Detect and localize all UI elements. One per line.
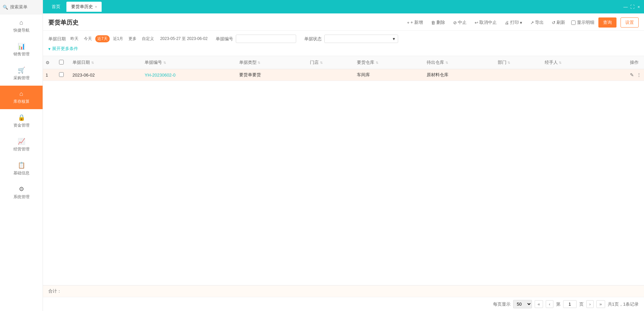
sidebar-item-label: 资金管理 [13,123,30,128]
system-icon: ⚙ [19,185,24,193]
sort-req-warehouse-icon[interactable]: ⇅ [376,61,378,64]
refresh-button[interactable]: ↺ 刷新 [550,18,567,27]
query-button[interactable]: 查询 [598,17,616,28]
last-page-btn[interactable]: » [596,300,605,308]
date-shortcuts: 昨天 今天 近7天 近1月 更多 自定义 [68,35,156,42]
inventory-icon: ⌂ [19,90,23,97]
filter-area: 单据日期 昨天 今天 近7天 近1月 更多 自定义 2023-05-27 至 2… [43,31,644,56]
col-type: 单据类型 ⇅ [236,56,307,69]
operations-icon: 📈 [18,138,25,145]
sort-store-icon[interactable]: ⇅ [320,61,323,64]
expand-icon: ▾ [48,46,51,51]
print-label: 打印 [510,19,519,26]
date-range-display: 2023-05-27 至 2023-06-02 [160,36,207,42]
edit-icon[interactable]: ✎ [630,72,634,78]
sidebar-item-label: 基础信息 [13,170,30,176]
cell-type: 要货单要货 [236,69,307,81]
page-prefix-label: 第 [556,301,560,307]
settings-button[interactable]: 设置 [621,17,639,28]
table-row: 1 2023-06-02 YH-20230602-0 要货单要货 车间库 原材料… [43,69,644,81]
shortcut-custom[interactable]: 自定义 [140,35,156,42]
export-button[interactable]: ↗ 导出 [528,18,546,27]
expand-more-conditions[interactable]: ▾ 展开更多条件 [48,46,639,52]
sidebar-item-system[interactable]: ⚙ 系统管理 [0,181,43,205]
sidebar-search[interactable]: 🔍 搜索菜单 [0,0,43,14]
page-number-input[interactable] [563,300,577,308]
per-page-select[interactable]: 50 10 20 100 [513,300,532,308]
cancel-stop-button[interactable]: ↩ 取消中止 [473,18,499,27]
tab-close-icon[interactable]: × [95,5,97,9]
new-icon: + [407,20,410,25]
col-handler-label: 经手人 [545,60,558,65]
page-title: 要货单历史 [48,18,78,27]
doc-number-link[interactable]: YH-20230602-0 [145,73,175,78]
sort-date-icon[interactable]: ⇅ [91,61,94,64]
sidebar-item-quick-nav[interactable]: ⌂ 快捷导航 [0,14,43,38]
col-date-label: 单据日期 [72,60,90,65]
settings-col-icon[interactable]: ⚙ [46,60,50,65]
cell-req-warehouse: 车间库 [354,69,424,81]
sort-department-icon[interactable]: ⇅ [507,61,510,64]
doc-status-select[interactable]: ▾ [324,35,398,43]
pagination: 每页显示 50 10 20 100 « ‹ 第 页 › » 共1页，1条记录 [43,297,644,311]
window-minimize-btn[interactable]: — [623,4,628,9]
expand-label: 展开更多条件 [52,46,78,52]
new-label: + 新增 [411,19,423,26]
more-icon[interactable]: ⋮ [637,72,641,78]
tab-history-label: 要货单历史 [71,4,93,10]
toolbar: + + 新增 🗑 删除 ⊘ 中止 ↩ 取消中止 [405,17,639,28]
export-icon: ↗ [530,20,534,25]
sidebar-item-sales[interactable]: 📊 销售管理 [0,38,43,62]
doc-status-filter-group: 单据状态 ▾ [304,35,398,43]
tab-history[interactable]: 要货单历史 × [66,2,102,12]
shortcut-1month[interactable]: 近1月 [111,35,125,42]
purchase-icon: 🛒 [18,66,25,74]
window-close-btn[interactable]: × [637,4,640,9]
sort-pending-warehouse-icon[interactable]: ⇅ [445,61,448,64]
col-action-label: 操作 [630,60,639,65]
doc-number-input[interactable] [236,35,296,43]
sort-handler-icon[interactable]: ⇅ [559,61,561,64]
window-maximize-btn[interactable]: ⛶ [630,4,635,9]
print-button[interactable]: 🖨 打印 ▾ [503,18,524,27]
sidebar-item-finance[interactable]: 🔒 资金管理 [0,109,43,133]
sort-type-icon[interactable]: ⇅ [258,61,260,64]
select-all-checkbox[interactable] [59,60,64,64]
tab-home-label: 首页 [52,4,60,10]
new-button[interactable]: + + 新增 [405,18,425,27]
sort-number-icon[interactable]: ⇅ [163,61,166,64]
sidebar-item-label: 系统管理 [13,194,30,200]
shortcut-7days[interactable]: 近7天 [95,35,110,42]
sidebar-item-basic[interactable]: 📋 基础信息 [0,157,43,181]
sidebar-item-inventory[interactable]: ⌂ 库存核算 [0,86,43,109]
stop-label: 中止 [458,19,467,26]
export-label: 导出 [535,19,544,26]
sidebar-item-operations[interactable]: 📈 经营管理 [0,133,43,157]
stop-button[interactable]: ⊘ 中止 [451,18,469,27]
shortcut-more[interactable]: 更多 [126,35,139,42]
stop-icon: ⊘ [453,20,457,25]
shortcut-today[interactable]: 今天 [82,35,94,42]
data-table: ⚙ 单据日期 ⇅ 单据编号 ⇅ [43,56,644,81]
display-detail-checkbox[interactable]: 显示明细 [571,19,594,26]
delete-button[interactable]: 🗑 删除 [429,18,447,27]
row-checkbox[interactable] [59,72,64,77]
next-page-btn[interactable]: › [586,300,594,308]
sidebar-item-label: 库存核算 [13,99,30,104]
prev-page-btn[interactable]: ‹ [546,300,553,308]
content-area: 要货单历史 + + 新增 🗑 删除 ⊘ 中止 ↩ [43,13,644,311]
sidebar: 🔍 搜索菜单 ⌂ 快捷导航 📊 销售管理 🛒 采购管理 ⌂ 库存核算 🔒 资金管… [0,0,43,311]
first-page-btn[interactable]: « [535,300,543,308]
topbar-controls: — ⛶ × [623,4,640,9]
sidebar-search-label: 搜索菜单 [10,4,28,10]
sidebar-item-purchase[interactable]: 🛒 采购管理 [0,62,43,86]
shortcut-yesterday[interactable]: 昨天 [68,35,80,42]
col-req-warehouse: 要货仓库 ⇅ [354,56,424,69]
print-dropdown-icon: ▾ [520,20,522,25]
display-detail-label: 显示明细 [577,19,594,26]
display-detail-input[interactable] [571,20,576,25]
tab-home[interactable]: 首页 [47,2,65,12]
chevron-down-icon: ▾ [393,36,395,41]
basic-icon: 📋 [18,162,25,169]
delete-label: 删除 [436,19,445,26]
